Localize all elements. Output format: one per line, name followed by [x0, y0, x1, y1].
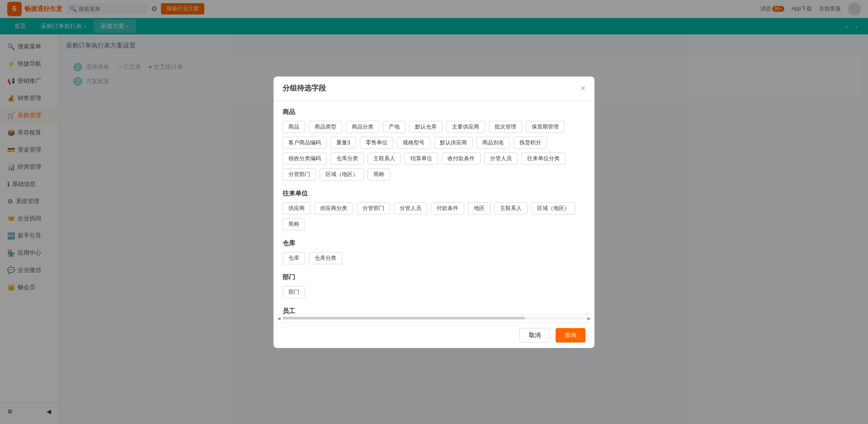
- confirm-button[interactable]: 查询: [556, 328, 585, 343]
- field-tag[interactable]: 零售单位: [360, 137, 393, 149]
- field-group-department: 部门 部门: [283, 273, 585, 298]
- modal-header: 分组待选字段 ×: [274, 76, 594, 101]
- field-tag[interactable]: 供应商: [283, 202, 311, 214]
- field-tag[interactable]: 供应商分类: [314, 202, 353, 214]
- field-tag[interactable]: 仓库: [283, 252, 305, 264]
- field-tag[interactable]: 仓库分类: [330, 152, 364, 165]
- field-selection-modal: 分组待选字段 × 商品 商品 商品类型 商品分类 产地 默认仓库 主要供应商 批…: [274, 76, 594, 348]
- modal-scroll-bar-area: ◀ ▶: [274, 314, 594, 322]
- field-tag[interactable]: 分管部门: [283, 168, 316, 181]
- field-tag[interactable]: 税收分类编码: [283, 152, 327, 165]
- group-title-employee: 员工: [283, 307, 585, 314]
- modal-overlay: 分组待选字段 × 商品 商品 商品类型 商品分类 产地 默认仓库 主要供应商 批…: [0, 0, 868, 424]
- scroll-left-arrow[interactable]: ◀: [277, 316, 281, 321]
- modal-title: 分组待选字段: [283, 84, 326, 93]
- field-tags-department: 部门: [283, 286, 585, 298]
- field-group-goods: 商品 商品 商品类型 商品分类 产地 默认仓库 主要供应商 批次管理 保质期管理…: [283, 108, 585, 181]
- field-tag[interactable]: 商品别名: [476, 137, 510, 149]
- group-title-counterpart: 往来单位: [283, 190, 585, 198]
- field-tag[interactable]: 默认供应商: [434, 137, 473, 149]
- field-tag[interactable]: 商品: [283, 121, 305, 133]
- field-group-employee: 员工 业务员: [283, 307, 585, 314]
- field-tag[interactable]: 分管部门: [357, 202, 390, 214]
- modal-footer: 取消 查询: [274, 322, 594, 348]
- modal-close-button[interactable]: ×: [580, 84, 585, 93]
- field-tag[interactable]: 部门: [283, 286, 305, 298]
- field-tag[interactable]: 商品类型: [309, 121, 342, 133]
- field-tag[interactable]: 往来单位分类: [521, 152, 566, 165]
- field-tag[interactable]: 仓库分类: [309, 252, 342, 264]
- field-tag[interactable]: 主联系人: [494, 202, 528, 214]
- field-tag[interactable]: 地区: [468, 202, 491, 214]
- group-title-warehouse: 仓库: [283, 239, 585, 248]
- field-group-warehouse: 仓库 仓库 仓库分类: [283, 239, 585, 264]
- field-tag[interactable]: 拣货积分: [514, 137, 547, 149]
- field-tag[interactable]: 重量3: [330, 137, 356, 149]
- scroll-thumb: [283, 317, 525, 319]
- field-tag[interactable]: 收付款条件: [442, 152, 481, 165]
- field-tag[interactable]: 批次管理: [489, 121, 522, 133]
- field-tag[interactable]: 主要供应商: [446, 121, 485, 133]
- field-tag[interactable]: 简称: [283, 218, 305, 230]
- field-tags-warehouse: 仓库 仓库分类: [283, 252, 585, 264]
- field-tag[interactable]: 结算单位: [405, 152, 438, 165]
- field-tag[interactable]: 规格型号: [397, 137, 430, 149]
- scroll-right-arrow[interactable]: ▶: [587, 316, 591, 321]
- field-tag[interactable]: 保质期管理: [526, 121, 565, 133]
- group-title-department: 部门: [283, 273, 585, 281]
- field-tag[interactable]: 商品分类: [346, 121, 379, 133]
- modal-body: 商品 商品 商品类型 商品分类 产地 默认仓库 主要供应商 批次管理 保质期管理…: [274, 101, 594, 314]
- field-tag[interactable]: 区域（地区）: [320, 168, 364, 181]
- horizontal-scrollbar[interactable]: [283, 317, 585, 319]
- field-tags-counterpart: 供应商 供应商分类 分管部门 分管人员 付款条件 地区 主联系人 区域（地区） …: [283, 202, 585, 230]
- field-tag[interactable]: 产地: [383, 121, 406, 133]
- field-tag[interactable]: 区域（地区）: [531, 202, 576, 214]
- field-tags-goods: 商品 商品类型 商品分类 产地 默认仓库 主要供应商 批次管理 保质期管理 客户…: [283, 121, 585, 181]
- field-tag[interactable]: 分管人员: [394, 202, 427, 214]
- cancel-button[interactable]: 取消: [519, 328, 550, 343]
- field-tag[interactable]: 主联系人: [368, 152, 401, 165]
- field-tag[interactable]: 客户商品编码: [283, 137, 327, 149]
- field-tag[interactable]: 默认仓库: [409, 121, 443, 133]
- field-tag[interactable]: 分管人员: [484, 152, 518, 165]
- group-title-goods: 商品: [283, 108, 585, 116]
- field-group-counterpart: 往来单位 供应商 供应商分类 分管部门 分管人员 付款条件 地区 主联系人 区域…: [283, 190, 585, 230]
- field-tag[interactable]: 付款条件: [431, 202, 464, 214]
- field-tag[interactable]: 简称: [368, 168, 390, 181]
